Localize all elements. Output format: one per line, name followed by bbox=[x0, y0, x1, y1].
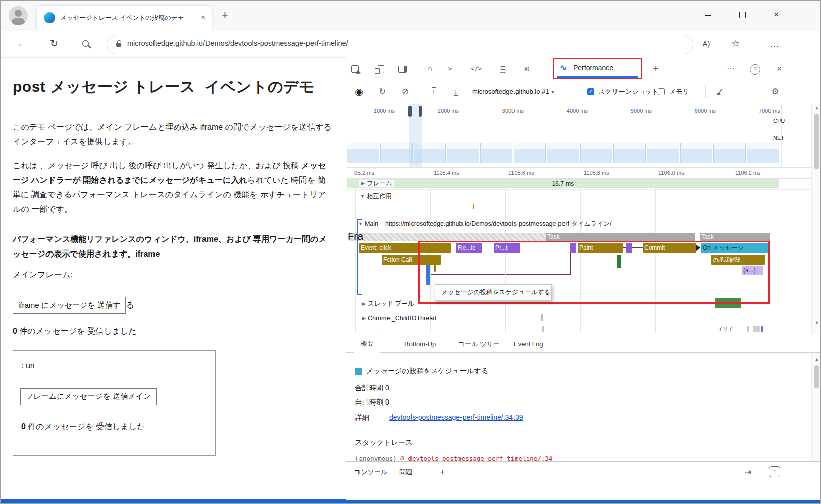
screenshots-checkbox[interactable]: ✓ bbox=[587, 88, 594, 95]
track-thread-pool[interactable]: ▶スレッド プール bbox=[362, 299, 415, 308]
cpu-label: CPU bbox=[773, 118, 785, 124]
scrollbar-thumb[interactable] bbox=[814, 114, 819, 169]
more-tools-icon[interactable]: ⋯ bbox=[722, 57, 740, 80]
performance-controls: ◉ ↻ ⊘ ↑ ↓ microsoftedge.github.io #1▾ ✓ … bbox=[346, 80, 821, 104]
screenshot-thumbnail[interactable] bbox=[747, 143, 779, 163]
flame-bar[interactable] bbox=[473, 204, 474, 209]
chevron-down-icon: ▼ bbox=[360, 194, 365, 199]
flame-bar[interactable]: Task bbox=[546, 233, 695, 241]
gear-icon[interactable]: ⚙ bbox=[766, 80, 784, 104]
summary-scrollbar[interactable]: ▲ bbox=[811, 353, 821, 461]
flame-bar[interactable] bbox=[761, 326, 763, 332]
reload-and-record-button[interactable]: ↻ bbox=[373, 80, 391, 104]
timeline-scrollbar[interactable]: ▲ ▼ bbox=[811, 104, 821, 334]
browser-toolbar: ← ↻ microsoftedge.github.io/Demos/devtoo… bbox=[1, 31, 820, 58]
devtools-panel: ⌂ >_ </> ))) ж ∿ Performance + ⋯ ? × ◉ ↻… bbox=[346, 57, 821, 499]
refresh-button[interactable]: ↻ bbox=[44, 31, 64, 57]
tab-bottom-up[interactable]: Bottom-Up bbox=[398, 337, 442, 352]
track-interactions[interactable]: ▼相互作用 bbox=[360, 192, 392, 201]
screenshot-thumbnail[interactable] bbox=[647, 143, 679, 163]
console-tab-icon[interactable]: >_ bbox=[443, 57, 461, 80]
bug-tab-icon[interactable]: ж bbox=[518, 57, 536, 80]
track-chrome-childio[interactable]: ▶Chrome _ChildIOThread bbox=[362, 315, 436, 322]
maximize-button[interactable] bbox=[730, 5, 754, 25]
flame-bar[interactable] bbox=[753, 326, 760, 332]
add-tab-icon[interactable]: + bbox=[647, 57, 665, 80]
console-drawer: コンソール 問題 + ⇥ ↑ bbox=[346, 461, 821, 500]
flame-bar[interactable] bbox=[542, 326, 544, 332]
back-button[interactable]: ← bbox=[12, 31, 32, 57]
scroll-up-icon[interactable]: ▲ bbox=[812, 104, 821, 112]
screenshot-thumbnail[interactable] bbox=[547, 143, 579, 163]
network-tab-icon[interactable]: ))) bbox=[493, 57, 511, 80]
export-icon[interactable]: ↑ bbox=[769, 466, 780, 477]
clear-recording-button[interactable]: ⊘ bbox=[396, 80, 415, 104]
divider bbox=[346, 189, 811, 190]
flame-bar[interactable]: Task bbox=[700, 233, 770, 241]
drawer-add-icon[interactable]: + bbox=[440, 465, 445, 480]
chevron-right-icon: ▶ bbox=[362, 316, 366, 321]
screenshot-thumbnail[interactable] bbox=[580, 143, 612, 163]
home-tab-icon[interactable]: ⌂ bbox=[421, 57, 439, 80]
dock-drawer-icon[interactable]: ⇥ bbox=[745, 465, 751, 480]
window-close-button[interactable]: × bbox=[764, 5, 788, 25]
track-frames[interactable]: ▶フレーム bbox=[359, 179, 394, 188]
selection-handle-right[interactable] bbox=[419, 106, 422, 117]
inspect-element-icon[interactable] bbox=[351, 65, 359, 73]
details-label: 詳細 bbox=[355, 413, 369, 422]
screenshot-thumbnail[interactable] bbox=[680, 143, 712, 163]
screenshot-thumbnail[interactable] bbox=[447, 143, 479, 163]
upload-profile-icon[interactable]: ↑ bbox=[425, 80, 443, 104]
favorite-star-icon[interactable]: ☆ bbox=[726, 31, 746, 57]
selection-handle-left[interactable] bbox=[408, 106, 412, 117]
url-text[interactable]: microsoftedge.github.io/Demos/devtools-p… bbox=[127, 39, 348, 47]
stack-trace-entry[interactable]: (anonymous) @ devtools-postmessage-perf-… bbox=[355, 455, 552, 461]
record-button[interactable]: ◉ bbox=[350, 80, 368, 104]
help-icon[interactable]: ? bbox=[750, 64, 760, 75]
download-profile-icon[interactable]: ↓ bbox=[447, 80, 465, 104]
track-main[interactable]: ▼Main – https://microsoftedge.github.io/… bbox=[358, 220, 611, 228]
target-selector[interactable]: microsoftedge.github.io #1▾ bbox=[472, 80, 554, 104]
screenshot-thumbnail[interactable] bbox=[380, 143, 413, 163]
tab-performance[interactable]: ∿ Performance bbox=[553, 58, 642, 79]
screenshot-thumbnail[interactable] bbox=[713, 143, 746, 163]
scroll-up-icon[interactable]: ▲ bbox=[812, 355, 821, 363]
devtools-close-icon[interactable]: × bbox=[770, 57, 788, 80]
tab-call-tree[interactable]: コール ツリー bbox=[452, 337, 506, 352]
flame-bar[interactable] bbox=[541, 314, 543, 321]
drawer-tab-console[interactable]: コンソール bbox=[354, 465, 387, 480]
screenshot-thumbnail[interactable] bbox=[613, 143, 646, 163]
tab-event-log[interactable]: Event Log bbox=[507, 337, 549, 352]
screenshot-thumbnail[interactable] bbox=[480, 143, 512, 163]
address-bar[interactable]: microsoftedge.github.io/Demos/devtools-p… bbox=[107, 35, 693, 54]
sources-tab-icon[interactable]: </> bbox=[467, 57, 485, 80]
devtools-tabbar: ⌂ >_ </> ))) ж ∿ Performance + ⋯ ? × bbox=[346, 57, 821, 81]
scrollbar-thumb[interactable] bbox=[814, 365, 819, 388]
dock-side-icon[interactable] bbox=[398, 66, 407, 73]
details-source-link[interactable]: devtools-postmessage-perf-timeline/:34:3… bbox=[389, 413, 523, 421]
send-button-suffix: る bbox=[126, 300, 134, 309]
more-menu-icon[interactable]: … bbox=[764, 31, 784, 57]
send-message-button[interactable]: iframe にメッセージを 送信す bbox=[13, 297, 126, 314]
device-emulation-icon[interactable] bbox=[378, 65, 384, 73]
screenshot-thumbnail[interactable] bbox=[514, 143, 546, 163]
profile-avatar[interactable] bbox=[9, 6, 28, 25]
minimize-button[interactable] bbox=[696, 5, 721, 25]
memory-checkbox[interactable] bbox=[658, 88, 665, 95]
tab-close-icon[interactable]: × bbox=[201, 13, 206, 21]
new-tab-button[interactable]: + bbox=[222, 9, 228, 22]
scroll-down-icon[interactable]: ▼ bbox=[812, 319, 821, 327]
tab-summary[interactable]: 概要 bbox=[354, 335, 380, 354]
search-icon[interactable] bbox=[82, 40, 89, 47]
clear-icon[interactable] bbox=[710, 80, 729, 104]
flame-bar[interactable] bbox=[747, 326, 749, 332]
drawer-tab-issues[interactable]: 問題 bbox=[399, 465, 413, 480]
browser-tab[interactable]: メッセージトレース イベントの投稿のデモ × bbox=[37, 6, 212, 31]
flame-bar[interactable] bbox=[349, 233, 546, 241]
iframe-send-button[interactable]: フレームにメッセージを 送信メイン bbox=[20, 388, 157, 405]
tab-title: メッセージトレース イベントの投稿のデモ bbox=[60, 14, 187, 22]
total-time: 合計時間 0 bbox=[355, 384, 389, 393]
read-aloud-icon[interactable]: A) bbox=[696, 31, 716, 57]
screenshot-thumbnail[interactable] bbox=[347, 143, 379, 163]
memory-label: メモリ bbox=[669, 80, 689, 104]
